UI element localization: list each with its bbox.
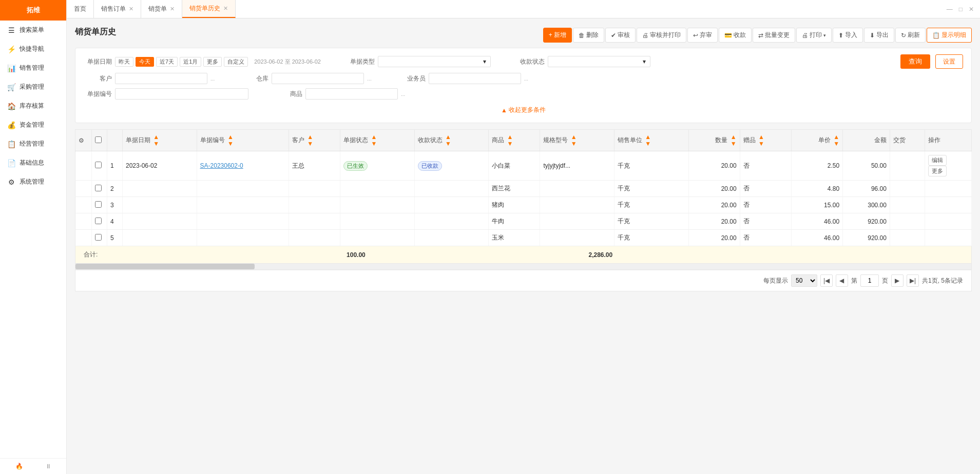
doc-number-label: 单据编号 <box>84 90 112 98</box>
tab-sales-history-close[interactable]: ✕ <box>223 5 228 12</box>
th-delivery: 交货 <box>890 130 925 151</box>
date-more[interactable]: 更多 <box>203 57 222 67</box>
setting-button[interactable]: 设置 <box>935 54 963 69</box>
th-customer[interactable]: 客户 ▲▼ <box>289 130 340 151</box>
page-next[interactable]: ▶ <box>891 274 904 287</box>
import-button[interactable]: ⬆ 导入 <box>833 28 863 43</box>
sidebar-item-operation[interactable]: 📋 经营管理 <box>0 134 66 153</box>
row-checkbox-1[interactable] <box>95 185 102 191</box>
page-first[interactable]: |◀ <box>820 274 833 287</box>
row-checkbox-3[interactable] <box>95 218 102 224</box>
customer-more[interactable]: ... <box>210 76 215 82</box>
salesperson-more[interactable]: ... <box>524 76 528 82</box>
row-doc-date: 2023-06-02 <box>123 151 197 181</box>
row-product: 玉米 <box>489 230 540 246</box>
sidebar-item-search-menu[interactable]: ☰ 搜索菜单 <box>0 21 66 40</box>
delete-button[interactable]: 🗑 删除 <box>573 28 604 43</box>
pay-status-select[interactable]: ▾ <box>548 56 650 67</box>
collapse-label: 收起更多条件 <box>509 106 546 114</box>
sort-customer: ▲▼ <box>307 134 313 147</box>
th-doc-status[interactable]: 单据状态 ▲▼ <box>340 130 415 151</box>
row-delivery <box>890 197 925 213</box>
row-checkbox-0[interactable] <box>95 162 102 168</box>
refresh-button[interactable]: ↻ 刷新 <box>895 28 926 43</box>
sidebar-item-basic-info[interactable]: 📄 基础信息 <box>0 153 66 172</box>
customer-input[interactable] <box>115 73 207 84</box>
th-qty[interactable]: 数量 ▲▼ <box>688 130 740 151</box>
th-gift[interactable]: 赠品 ▲▼ <box>740 130 791 151</box>
product-input[interactable] <box>305 88 398 100</box>
collapse-button[interactable]: ▲ 收起更多条件 <box>84 104 963 116</box>
per-page-select[interactable]: 50 100 200 <box>791 274 817 287</box>
doc-number-input[interactable] <box>115 88 248 100</box>
batch-change-button[interactable]: ⇄ 批量变更 <box>753 28 795 43</box>
window-maximize[interactable]: □ <box>957 6 965 13</box>
sidebar-item-purchase-mgmt[interactable]: 🛒 采购管理 <box>0 77 66 96</box>
new-button[interactable]: + 新增 <box>543 28 572 43</box>
sidebar-bottom-icon2[interactable]: ⏸ <box>45 463 51 470</box>
page-label: 第 <box>851 276 857 285</box>
tab-sales-order[interactable]: 销售订单 ✕ <box>94 0 141 18</box>
query-button[interactable]: 查询 <box>900 54 930 69</box>
sidebar-item-finance[interactable]: 💰 资金管理 <box>0 115 66 134</box>
header-bar: 销货单历史 + 新增 🗑 删除 ✔ 审核 🖨 审核并打印 <box>75 27 972 44</box>
th-pay-status[interactable]: 收款状态 ▲▼ <box>414 130 489 151</box>
product-more[interactable]: ... <box>401 91 405 97</box>
warehouse-input[interactable] <box>272 73 364 84</box>
page-last[interactable]: ▶| <box>907 274 919 287</box>
salesperson-input[interactable] <box>429 73 521 84</box>
window-minimize[interactable]: — <box>945 6 955 13</box>
export-button[interactable]: ⬇ 导出 <box>864 28 894 43</box>
review-button[interactable]: ✔ 审核 <box>605 28 636 43</box>
sidebar-item-sales-mgmt[interactable]: 📊 销售管理 <box>0 58 66 77</box>
warehouse-label: 仓库 <box>240 74 268 83</box>
row-action-btn[interactable]: 编辑 <box>928 155 947 166</box>
row-product: 小白菜 <box>489 151 540 181</box>
sidebar-item-inventory[interactable]: 🏠 库存核算 <box>0 96 66 115</box>
total-label: 合计: <box>84 250 98 259</box>
show-detail-button[interactable]: 📋 显示明细 <box>927 28 972 43</box>
warehouse-more[interactable]: ... <box>367 76 371 82</box>
th-unit[interactable]: 销售单位 ▲▼ <box>614 130 688 151</box>
sidebar-item-label: 系统管理 <box>20 177 44 186</box>
collect-button[interactable]: 💳 收款 <box>719 28 752 43</box>
row-action-btn[interactable]: 更多 <box>928 166 947 176</box>
th-settings[interactable]: ⚙ <box>75 130 92 151</box>
sidebar-item-quick-nav[interactable]: ⚡ 快捷导航 <box>0 40 66 58</box>
th-product[interactable]: 商品 ▲▼ <box>489 130 540 151</box>
tab-bar-end: — □ ✕ <box>945 6 980 13</box>
tab-sales-goods-close[interactable]: ✕ <box>170 6 175 12</box>
date-yesterday[interactable]: 昨天 <box>115 57 133 67</box>
doc-type-select[interactable]: ▾ <box>378 56 491 67</box>
tab-sales-order-close[interactable]: ✕ <box>129 6 133 12</box>
th-doc-date[interactable]: 单据日期 ▲▼ <box>123 130 197 151</box>
sidebar-item-label: 搜索菜单 <box>20 26 44 34</box>
print-button[interactable]: 🖨 打印 ▾ <box>796 28 832 43</box>
page-prev[interactable]: ◀ <box>836 274 848 287</box>
discard-button[interactable]: ↩ 弃审 <box>687 28 718 43</box>
date-7days[interactable]: 近7天 <box>156 57 178 67</box>
sidebar-item-label: 快捷导航 <box>20 45 44 53</box>
date-custom[interactable]: 自定义 <box>224 57 248 67</box>
row-checkbox-4[interactable] <box>95 234 102 241</box>
row-seq: 4 <box>107 213 123 230</box>
page-number-input[interactable] <box>860 274 879 287</box>
horizontal-scrollbar[interactable] <box>75 264 972 270</box>
tab-sales-goods[interactable]: 销货单 ✕ <box>141 0 182 18</box>
row-spec <box>540 213 614 230</box>
date-1month[interactable]: 近1月 <box>180 57 201 67</box>
th-doc-number[interactable]: 单据编号 ▲▼ <box>197 130 289 151</box>
tab-sales-history[interactable]: 销货单历史 ✕ <box>182 0 236 18</box>
sidebar-bottom-icon1[interactable]: 🔥 <box>15 463 23 470</box>
doc-number-link[interactable]: SA-20230602-0 <box>200 162 243 169</box>
page-unit: 页 <box>882 276 888 285</box>
date-today[interactable]: 今天 <box>136 57 154 67</box>
tab-home[interactable]: 首页 <box>67 0 94 18</box>
th-spec[interactable]: 规格型号 ▲▼ <box>540 130 614 151</box>
review-print-button[interactable]: 🖨 审核并打印 <box>637 28 686 43</box>
select-all-checkbox[interactable] <box>95 136 102 143</box>
sidebar-item-sys-mgmt[interactable]: ⚙ 系统管理 <box>0 172 66 191</box>
window-close[interactable]: ✕ <box>967 6 976 13</box>
th-unit-price[interactable]: 单价 ▲▼ <box>791 130 842 151</box>
row-checkbox-2[interactable] <box>95 201 102 208</box>
